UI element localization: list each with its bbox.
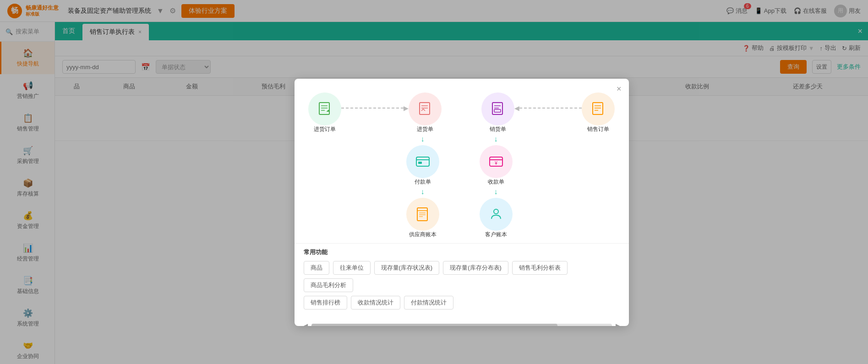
down-arrow-receipt: ↓ [494,135,498,143]
supplier-ledger-label: 供应商账本 [409,231,437,239]
common-functions-section: 常用功能 商品 往来单位 现存量(库存状况表) 现存量(库存分布表) 销售毛利分… [295,243,629,321]
func-row-2: 销售排行榜 收款情况统计 付款情况统计 [304,296,620,310]
payment-circle[interactable] [406,145,439,178]
svg-rect-4 [420,103,430,114]
down-arrow-supplier: ↓ [421,188,425,196]
svg-rect-11 [593,103,603,114]
scroll-right-arrow[interactable]: ▶ [616,322,620,326]
flow-item-sales-order[interactable]: 销售订单 [582,92,615,133]
sales-bill-icon [490,101,506,117]
svg-rect-21 [417,208,427,221]
supplier-ledger-icon [415,206,431,223]
func-inventory-dist[interactable]: 现存量(库存分布表) [443,261,508,275]
svg-rect-15 [416,157,429,166]
func-inventory-status[interactable]: 现存量(库存状况表) [374,261,440,275]
customer-ledger-label: 客户账本 [485,231,507,239]
modal-close-button[interactable]: × [617,84,622,94]
purchase-order-label: 进货订单 [314,125,336,133]
modal-overlay[interactable]: × [0,0,868,364]
svg-rect-10 [494,109,501,112]
flow-item-payment[interactable]: 付款单 [406,145,439,186]
sales-order-icon [590,101,606,117]
svg-rect-0 [319,103,329,114]
purchase-order-icon [317,101,333,117]
receipt-icon: ¥ [488,153,504,170]
func-sales-rank[interactable]: 销售排行榜 [304,296,347,310]
func-payment-stats[interactable]: 付款情况统计 [404,296,453,310]
quick-nav-modal: × [295,79,629,326]
flow-item-purchase-bill[interactable]: 进货单 [409,92,442,133]
func-row-1: 商品 往来单位 现存量(库存状况表) 现存量(库存分布表) 销售毛利分析表 商品… [304,261,620,292]
svg-rect-7 [492,103,502,114]
purchase-order-circle[interactable] [308,92,341,125]
sales-order-label: 销售订单 [587,125,609,133]
scroll-bar-area: ◀ ▶ [295,321,629,326]
payment-icon [415,153,431,170]
scroll-left-arrow[interactable]: ◀ [304,322,308,326]
func-sales-profit[interactable]: 销售毛利分析表 [512,261,568,275]
svg-rect-17 [418,162,422,164]
func-counterpart[interactable]: 往来单位 [333,261,371,275]
func-receipt-stats[interactable]: 收款情况统计 [351,296,400,310]
down-arrow-customer: ↓ [494,188,498,196]
purchase-bill-label: 进货单 [417,125,433,133]
purchase-bill-icon [417,101,433,117]
scroll-thumb[interactable] [311,324,558,326]
func-product[interactable]: 商品 [304,261,329,275]
svg-text:¥: ¥ [494,161,497,166]
down-arrow-payment: ↓ [421,135,425,143]
supplier-ledger-circle[interactable] [406,198,439,231]
sales-order-circle[interactable] [582,92,615,125]
customer-ledger-circle[interactable] [480,198,513,231]
flow-diagram: 进货订单 ▶ [295,79,629,243]
sales-bill-circle[interactable] [481,92,514,125]
flow-item-customer-ledger[interactable]: 客户账本 [480,198,513,239]
customer-ledger-icon [488,206,504,223]
flow-item-receipt[interactable]: ¥ 收款单 [480,145,513,186]
flow-item-purchase-order[interactable]: 进货订单 [308,92,341,133]
payment-label: 付款单 [415,178,431,186]
func-product-profit[interactable]: 商品毛利分析 [304,278,353,292]
receipt-label: 收款单 [488,178,504,186]
svg-point-26 [494,209,498,214]
purchase-bill-circle[interactable] [409,92,442,125]
scroll-track[interactable] [311,324,612,326]
receipt-circle[interactable]: ¥ [480,145,513,178]
common-funcs-title: 常用功能 [304,248,620,256]
flow-item-supplier-ledger[interactable]: 供应商账本 [406,198,439,239]
flow-item-sales-bill[interactable]: 销货单 [481,92,514,133]
sales-bill-label: 销货单 [490,125,506,133]
